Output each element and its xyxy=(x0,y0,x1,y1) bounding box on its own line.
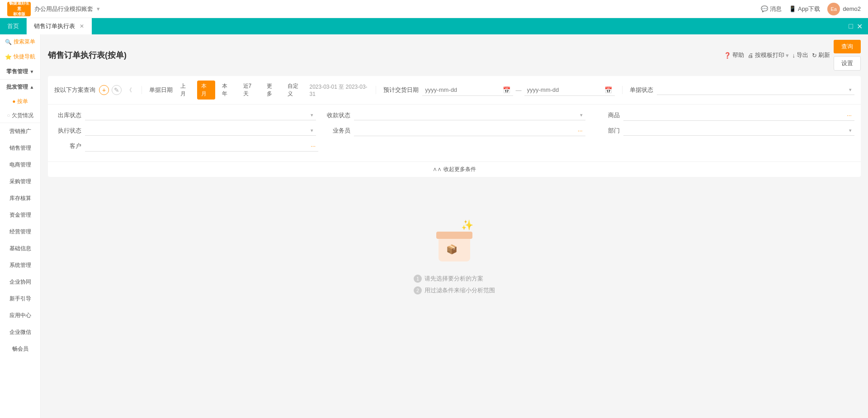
system-title: 办公用品行业模拟账套 xyxy=(34,5,93,13)
sidebar-item-tutorial[interactable]: 新手引导 xyxy=(0,290,40,307)
salesperson-dots-btn[interactable]: ··· xyxy=(578,127,583,134)
user-label: demo2 xyxy=(843,5,861,12)
calendar-start-icon[interactable]: 📅 xyxy=(503,86,510,94)
export-icon: ↓ xyxy=(793,52,796,59)
top-header: 畅捷通好生意 标准版 办公用品行业模拟账套 ▾ 💬 消息 📱 App下载 Ea … xyxy=(0,0,868,18)
sidebar-item-finance[interactable]: 资金管理 xyxy=(0,207,40,223)
date-btn-custom[interactable]: 自定义 xyxy=(283,81,307,100)
collapse-scheme-btn[interactable]: 《 xyxy=(124,85,134,95)
header-right: 💬 消息 📱 App下载 Ea demo2 xyxy=(761,3,861,15)
date-btn-more[interactable]: 更多 xyxy=(263,81,281,100)
empty-state: ✨ 📦 1 请先选择要分析的方案 2 用过滤条件来缩小分析范围 xyxy=(48,182,861,331)
outbound-status-select[interactable]: ▾ xyxy=(85,110,316,120)
empty-step-1: 1 请先选择要分析的方案 xyxy=(414,275,483,283)
printer-icon: 🖨 xyxy=(748,52,754,59)
sidebar-item-operations[interactable]: 经营管理 xyxy=(0,223,40,240)
sidebar-item-inventory[interactable]: 库存核算 xyxy=(0,190,40,207)
date-btn-last-month[interactable]: 上月 xyxy=(176,81,194,100)
tab-bar: 首页 销售订单执行表 ✕ □ ✕ xyxy=(0,18,868,34)
sidebar-item-purchase[interactable]: 采购管理 xyxy=(0,173,40,190)
sidebar-search[interactable]: 🔍 搜索菜单 xyxy=(0,34,40,49)
sidebar-item-basic-info[interactable]: 基础信息 xyxy=(0,240,40,257)
end-date-input[interactable] xyxy=(527,86,603,93)
filter-field-product: 商品 ··· xyxy=(593,110,854,121)
sidebar-item-wholesale[interactable]: 批发管理 ▲ xyxy=(0,80,40,95)
customer-dots-btn[interactable]: ··· xyxy=(311,142,316,149)
help-btn[interactable]: ❓ 帮助 xyxy=(724,51,744,59)
filter-field-department: 部门 ▾ xyxy=(593,126,854,136)
filter-body: 出库状态 ▾ 收款状态 ▾ xyxy=(48,104,861,162)
exec-status-select[interactable]: ▾ xyxy=(85,126,316,136)
filter-row-2: 执行状态 ▾ 业务员 ··· xyxy=(54,125,854,136)
sidebar-item-wechat[interactable]: 企业微信 xyxy=(0,324,40,341)
end-date-input-box[interactable]: 📅 xyxy=(524,85,615,96)
tab-close-icon[interactable]: ✕ xyxy=(80,23,84,29)
sidebar-item-ecommerce[interactable]: 电商管理 xyxy=(0,157,40,173)
tab-close-btn[interactable]: ✕ xyxy=(857,22,863,31)
sidebar-item-sales[interactable]: 销售管理 xyxy=(0,140,40,157)
date-filter-row: 上月 本月 本年 近7天 更多 自定义 2023-03-01 至 2023-03… xyxy=(176,81,368,100)
empty-text-container: 1 请先选择要分析的方案 2 用过滤条件来缩小分析范围 xyxy=(414,275,495,294)
refresh-btn[interactable]: ↻ 刷新 xyxy=(812,51,830,59)
message-btn[interactable]: 💬 消息 xyxy=(761,5,782,13)
system-dropdown-icon[interactable]: ▾ xyxy=(97,5,100,12)
chevron-down-icon: ▼ xyxy=(30,69,34,74)
filter-row-1: 出库状态 ▾ 收款状态 ▾ xyxy=(54,110,854,121)
order-status-select[interactable]: ▾ xyxy=(657,85,854,95)
start-date-input[interactable] xyxy=(425,86,500,93)
settings-button[interactable]: 设置 xyxy=(834,56,861,71)
product-dots-btn[interactable]: ··· xyxy=(847,112,852,119)
exec-chevron-icon: ▾ xyxy=(311,128,313,133)
tab-minimize-btn[interactable]: □ xyxy=(849,22,853,30)
tab-sales-order[interactable]: 销售订单执行表 ✕ xyxy=(27,18,92,34)
search-icon: 🔍 xyxy=(5,39,12,45)
expected-delivery-inputs: 📅 — 📅 xyxy=(422,85,614,96)
outbound-chevron-icon: ▾ xyxy=(311,112,313,118)
collapse-icon: ∧∧ xyxy=(433,166,442,172)
payment-chevron-icon: ▾ xyxy=(580,112,583,118)
date-separator: — xyxy=(516,87,522,94)
export-btn[interactable]: ↓ 导出 xyxy=(793,51,809,59)
sidebar-item-marketing[interactable]: 营销推广 xyxy=(0,123,40,140)
tab-home[interactable]: 首页 xyxy=(0,18,27,34)
help-icon: ❓ xyxy=(724,52,731,59)
star-icon: ⭐ xyxy=(5,54,12,60)
query-button[interactable]: 查询 xyxy=(834,40,861,53)
content-area: 销售订单执行表(按单) ❓ 帮助 🖨 按模板打印 ▾ ↓ 导出 xyxy=(41,34,868,418)
department-chevron-icon: ▾ xyxy=(849,128,852,133)
sidebar-quick-nav[interactable]: ⭐ 快捷导航 xyxy=(0,49,40,64)
product-label: 商品 xyxy=(593,111,620,119)
user-info[interactable]: Ea demo2 xyxy=(827,3,861,15)
app-download-btn[interactable]: 📱 App下载 xyxy=(789,5,820,13)
payment-status-select[interactable]: ▾ xyxy=(354,110,585,120)
sidebar-subitem-按单[interactable]: ● 按单 xyxy=(0,95,40,109)
add-scheme-btn[interactable]: + xyxy=(99,85,109,95)
filter-field-salesperson: 业务员 ··· xyxy=(323,125,585,136)
sidebar-item-appstore[interactable]: 应用中心 xyxy=(0,307,40,324)
print-dropdown-icon[interactable]: ▾ xyxy=(786,52,789,59)
date-btn-this-month[interactable]: 本月 xyxy=(197,81,215,100)
date-btn-7days[interactable]: 近7天 xyxy=(239,81,260,100)
print-btn[interactable]: 🖨 按模板打印 ▾ xyxy=(748,51,789,59)
sidebar-item-system[interactable]: 系统管理 xyxy=(0,257,40,274)
edit-scheme-btn[interactable]: ✎ xyxy=(112,85,122,95)
filter-actions-row: + ✎ 《 xyxy=(99,85,134,95)
sidebar-subitem-欠货情况[interactable]: ○ 欠货情况 xyxy=(0,109,40,123)
sidebar-item-membership[interactable]: 畅会员 xyxy=(0,341,40,357)
exec-status-label: 执行状态 xyxy=(54,127,81,135)
date-btn-this-year[interactable]: 本年 xyxy=(218,81,236,100)
filter-header: 按以下方案查询 + ✎ 《 单据日期 上月 本月 本年 近7天 更多 xyxy=(48,76,861,104)
logo[interactable]: 畅捷通好生意 标准版 xyxy=(7,2,31,16)
sidebar-item-enterprise[interactable]: 企业协同 xyxy=(0,274,40,290)
step1-number: 1 xyxy=(414,275,422,283)
sidebar-item-retail[interactable]: 零售管理 ▼ xyxy=(0,64,40,79)
department-select[interactable]: ▾ xyxy=(623,126,854,136)
payment-status-label: 收款状态 xyxy=(323,111,350,119)
calendar-end-icon[interactable]: 📅 xyxy=(604,86,612,94)
step2-text: 用过滤条件来缩小分析范围 xyxy=(425,286,495,294)
filter-field-customer: 客户 ··· xyxy=(54,141,318,152)
date-label: 单据日期 xyxy=(149,86,173,94)
collapse-bar[interactable]: ∧∧ 收起更多条件 xyxy=(48,162,861,177)
start-date-input-box[interactable]: 📅 xyxy=(422,85,513,96)
chevron-up-icon: ▲ xyxy=(30,85,34,90)
